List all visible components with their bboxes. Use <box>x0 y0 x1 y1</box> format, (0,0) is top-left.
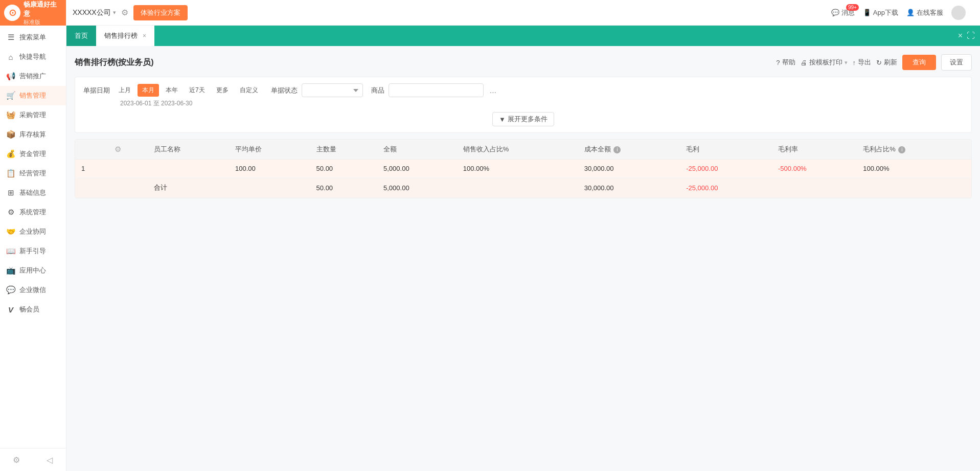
wechat-icon: 💬 <box>6 285 15 295</box>
basket-icon: 🧺 <box>6 110 15 120</box>
sidebar-logo: ⊙ 畅康通好生意 标准版 <box>0 0 66 26</box>
box-icon: 📦 <box>6 130 15 139</box>
footer-profit-pct <box>857 178 971 198</box>
date-filter: 单据日期 上月 本月 本年 近7天 更多 自定义 <box>83 84 263 97</box>
status-select[interactable] <box>302 83 363 97</box>
sidebar: ⊙ 畅康通好生意 标准版 ☰ 搜索菜单 ⌂ 快捷导航 📢 营销推广 🛒 销售管理… <box>0 0 66 471</box>
table-row: 1 100.00 50.00 5,000.00 100.00% 30,000.0… <box>75 160 971 178</box>
export-icon: ↑ <box>853 59 856 66</box>
footer-label: 合计 <box>148 178 229 198</box>
sidebar-item-shortcut[interactable]: ⌂ 快捷导航 <box>0 47 66 66</box>
sidebar-settings-btn[interactable]: ⚙ <box>7 453 26 467</box>
sidebar-item-apps[interactable]: 📺 应用中心 <box>0 261 66 280</box>
sidebar-collapse-btn[interactable]: ◁ <box>40 453 59 467</box>
status-filter: 单据状态 <box>271 83 363 97</box>
col-qty: 主数量 <box>310 140 377 160</box>
footer-profit: -25,000.00 <box>680 178 772 198</box>
message-badge: 99+ <box>846 4 859 11</box>
book-icon: 📖 <box>6 246 15 256</box>
sidebar-item-funds[interactable]: 💰 资金管理 <box>0 144 66 164</box>
online-service-btn[interactable]: 👤 在线客服 <box>906 8 943 17</box>
sidebar-item-inventory[interactable]: 📦 库存核算 <box>0 125 66 144</box>
company-selector[interactable]: XXXXX公司 ▾ <box>73 8 116 17</box>
footer-qty: 50.00 <box>310 178 377 198</box>
sidebar-item-operations[interactable]: 📋 经营管理 <box>0 164 66 183</box>
cost-info-icon[interactable]: i <box>613 146 621 153</box>
user-avatar[interactable] <box>951 6 966 20</box>
sidebar-item-system[interactable]: ⚙ 系统管理 <box>0 203 66 222</box>
page: 销售排行榜(按业务员) ? 帮助 🖨 按模板打印 ▾ ↑ 导出 <box>66 46 980 207</box>
search-menu-icon: ☰ <box>6 33 15 42</box>
message-btn[interactable]: 💬 消息 99+ <box>831 8 855 17</box>
sidebar-item-enterprise[interactable]: 🤝 企业协同 <box>0 222 66 241</box>
cell-cost: 30,000.00 <box>578 160 680 178</box>
sidebar-nav: ☰ 搜索菜单 ⌂ 快捷导航 📢 营销推广 🛒 销售管理 🧺 采购管理 📦 库存核… <box>0 26 66 448</box>
col-sales-pct: 销售收入占比% <box>457 140 578 160</box>
expand-more-btn[interactable]: ▼ 展开更多条件 <box>492 112 554 126</box>
goods-label: 商品 <box>371 86 384 95</box>
help-icon: ? <box>776 59 780 66</box>
main-area: XXXXX公司 ▾ ⚙ 体验行业方案 💬 消息 99+ 📱 App下载 👤 在线… <box>66 0 980 471</box>
trial-button[interactable]: 体验行业方案 <box>133 5 188 20</box>
refresh-icon: ↻ <box>876 59 882 66</box>
col-settings[interactable]: ⚙ <box>108 140 148 160</box>
cell-rank: 1 <box>75 160 108 178</box>
sidebar-item-member[interactable]: V 畅会员 <box>0 300 66 319</box>
date-btn-this-year[interactable]: 本年 <box>161 84 183 97</box>
table-settings-icon[interactable]: ⚙ <box>115 145 121 153</box>
refresh-btn[interactable]: ↻ 刷新 <box>876 58 897 67</box>
date-btn-last-month[interactable]: 上月 <box>114 84 135 97</box>
date-label: 单据日期 <box>83 86 110 95</box>
table-header-row: ⚙ 员工名称 平均单价 主数量 全额 销售收入占比% 成本全额 i 毛利 <box>75 140 971 160</box>
print-icon: 🖨 <box>801 59 807 66</box>
col-profit-pct: 毛利占比% i <box>857 140 971 160</box>
sidebar-item-sales[interactable]: 🛒 销售管理 <box>0 86 66 105</box>
footer-profit-rate <box>772 178 857 198</box>
tab-home[interactable]: 首页 <box>66 26 96 46</box>
topbar: XXXXX公司 ▾ ⚙ 体验行业方案 💬 消息 99+ 📱 App下载 👤 在线… <box>66 0 980 26</box>
window-max-icon[interactable]: ⛶ <box>967 31 975 40</box>
date-btn-more[interactable]: 更多 <box>212 84 233 97</box>
sidebar-item-basic[interactable]: ⊞ 基础信息 <box>0 183 66 203</box>
date-btn-custom[interactable]: 自定义 <box>235 84 263 97</box>
cell-sales-pct: 100.00% <box>457 160 578 178</box>
sidebar-item-wechat[interactable]: 💬 企业微信 <box>0 280 66 300</box>
help-btn[interactable]: ? 帮助 <box>776 58 795 67</box>
print-caret-icon: ▾ <box>845 59 848 66</box>
grid-icon: ⊞ <box>6 188 15 197</box>
sidebar-item-guide[interactable]: 📖 新手引导 <box>0 241 66 261</box>
cell-settings <box>108 160 148 178</box>
tabbar-actions: × ⛶ <box>953 26 980 46</box>
goods-input[interactable] <box>389 83 484 97</box>
query-button[interactable]: 查询 <box>902 55 936 70</box>
topbar-gear-icon[interactable]: ⚙ <box>121 8 128 17</box>
logo-text: 畅康通好生意 标准版 <box>24 0 62 26</box>
date-btn-last7[interactable]: 近7天 <box>185 84 210 97</box>
home-icon: ⌂ <box>6 53 15 61</box>
date-btn-this-month[interactable]: 本月 <box>138 84 159 97</box>
app-download-btn[interactable]: 📱 App下载 <box>863 8 898 17</box>
goods-more-icon[interactable]: ... <box>490 86 496 95</box>
setting-button[interactable]: 设置 <box>941 54 972 71</box>
footer-sales-pct <box>457 178 578 198</box>
tv-icon: 📺 <box>6 266 15 275</box>
profit-pct-info-icon[interactable]: i <box>898 146 905 153</box>
megaphone-icon: 📢 <box>6 72 15 81</box>
col-profit: 毛利 <box>680 140 772 160</box>
topbar-right: 💬 消息 99+ 📱 App下载 👤 在线客服 <box>831 6 974 20</box>
tab-close-icon[interactable]: × <box>143 32 146 39</box>
print-btn[interactable]: 🖨 按模板打印 ▾ <box>801 58 848 67</box>
filter-expand-row: ▼ 展开更多条件 <box>83 112 963 126</box>
sidebar-item-search[interactable]: ☰ 搜索菜单 <box>0 28 66 47</box>
sidebar-item-purchase[interactable]: 🧺 采购管理 <box>0 105 66 125</box>
message-icon: 💬 <box>831 9 839 16</box>
window-close-icon[interactable]: × <box>958 31 963 40</box>
cell-avg-price: 100.00 <box>229 160 310 178</box>
tab-sales-ranking[interactable]: 销售排行榜 × <box>96 26 154 46</box>
money-icon: 💰 <box>6 149 15 159</box>
sidebar-item-marketing[interactable]: 📢 营销推广 <box>0 66 66 86</box>
vip-icon: V <box>6 305 15 314</box>
date-buttons: 上月 本月 本年 近7天 更多 自定义 <box>114 84 263 97</box>
logo-icon: ⊙ <box>4 5 20 21</box>
export-btn[interactable]: ↑ 导出 <box>853 58 872 67</box>
